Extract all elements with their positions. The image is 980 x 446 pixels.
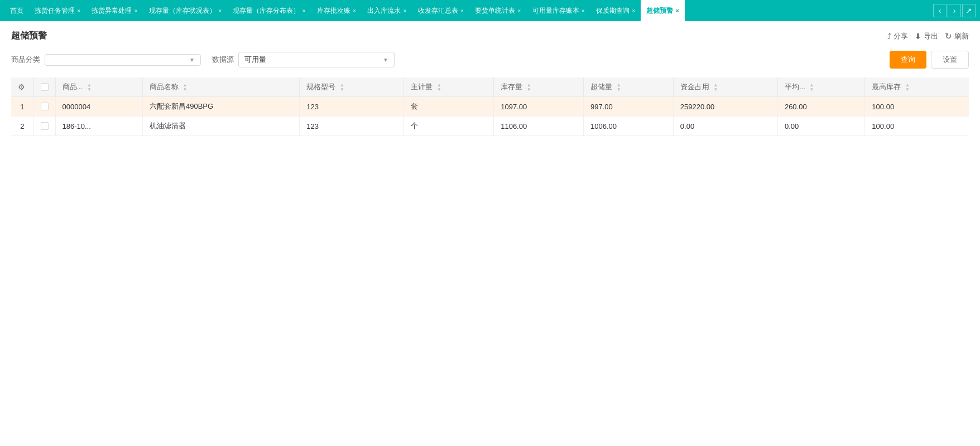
sort-icon[interactable]: ▲▼ <box>87 83 92 92</box>
sort-icon[interactable]: ▲▼ <box>183 83 188 92</box>
nav-close-icon[interactable]: × <box>675 7 679 14</box>
nav-item-in-out-flow[interactable]: 出入库流水 × <box>362 0 412 21</box>
share-label: 分享 <box>893 31 908 41</box>
export-label: 导出 <box>924 31 938 41</box>
row-avg: 260.00 <box>777 97 864 117</box>
category-select[interactable]: ▼ <box>45 54 201 66</box>
row-index: 1 <box>11 97 33 117</box>
col-spec-header: 规格型号 ▲▼ <box>300 77 404 97</box>
nav-close-icon[interactable]: × <box>353 7 356 14</box>
nav-item-abnormal[interactable]: 拣货异常处理 × <box>86 0 143 21</box>
nav-close-icon[interactable]: × <box>302 7 305 14</box>
nav-close-icon[interactable]: × <box>403 7 406 14</box>
col-stock-label: 库存量 <box>501 83 522 91</box>
nav-item-label: 首页 <box>10 6 23 16</box>
data-table: ⚙ 商品... ▲▼ 商品名称 ▲▼ 规格型号 ▲▼ <box>11 77 969 136</box>
nav-item-available-account[interactable]: 可用量库存账本 × <box>527 0 590 21</box>
col-stock-header: 库存量 ▲▼ <box>494 77 584 97</box>
sort-icon[interactable]: ▲▼ <box>713 83 718 92</box>
row-index: 2 <box>11 117 33 136</box>
col-avg-header: 平均... ▲▼ <box>777 77 864 97</box>
page-title: 超储预警 <box>11 30 47 42</box>
nav-item-quality-check[interactable]: 保质期查询 × <box>590 0 641 21</box>
row-checkbox[interactable] <box>41 122 49 130</box>
query-button[interactable]: 查询 <box>890 51 926 69</box>
nav-item-label: 超储预警 <box>646 6 673 16</box>
nav-item-recv-send[interactable]: 收发存汇总表 × <box>412 0 469 21</box>
row-max-stock: 100.00 <box>865 117 969 136</box>
nav-item-label: 现存量（库存分布表） <box>233 6 300 16</box>
row-max-stock: 100.00 <box>865 97 969 117</box>
table-header-row: ⚙ 商品... ▲▼ 商品名称 ▲▼ 规格型号 ▲▼ <box>11 77 969 97</box>
refresh-label: 刷新 <box>954 31 969 41</box>
category-filter: 商品分类 ▼ <box>11 54 201 66</box>
nav-item-label: 现存量（库存状况表） <box>149 6 216 16</box>
nav-item-label: 库存批次账 <box>317 6 350 16</box>
nav-close-icon[interactable]: × <box>218 7 222 14</box>
page-content: 超储预警 ⤴ 分享 ⬇ 导出 ↻ 刷新 商品分类 ▼ 数据源 <box>0 21 980 145</box>
page-header: 超储预警 ⤴ 分享 ⬇ 导出 ↻ 刷新 <box>11 30 969 42</box>
sort-icon[interactable]: ▲▼ <box>809 83 814 92</box>
nav-expand-button[interactable]: ↗ <box>962 4 976 17</box>
sort-icon[interactable]: ▲▼ <box>617 83 621 92</box>
nav-prev-button[interactable]: ‹ <box>933 4 947 17</box>
nav-close-icon[interactable]: × <box>134 7 137 14</box>
row-checkbox[interactable] <box>41 103 49 110</box>
col-product-code-header: 商品... ▲▼ <box>55 77 142 97</box>
row-overstock: 997.00 <box>584 97 674 117</box>
datasource-label: 数据源 <box>212 55 234 65</box>
nav-item-inventory-status[interactable]: 现存量（库存状况表） × <box>143 0 227 21</box>
row-capital: 0.00 <box>673 117 777 136</box>
col-overstock-label: 超储量 <box>590 83 612 91</box>
header-actions: ⤴ 分享 ⬇ 导出 ↻ 刷新 <box>887 31 969 41</box>
share-action[interactable]: ⤴ 分享 <box>887 31 908 41</box>
sort-icon[interactable]: ▲▼ <box>905 83 910 92</box>
datasource-select[interactable]: 可用量 ▼ <box>238 52 395 67</box>
filter-actions: 查询 设置 <box>890 51 969 69</box>
nav-close-icon[interactable]: × <box>582 7 585 14</box>
col-capital-header: 资金占用 ▲▼ <box>673 77 777 97</box>
col-product-name-header: 商品名称 ▲▼ <box>142 77 299 97</box>
table-row: 2 186-10... 机油滤清器 123 个 1106.00 1006.00 … <box>11 117 969 136</box>
datasource-filter: 数据源 可用量 ▼ <box>212 52 395 67</box>
export-action[interactable]: ⬇ 导出 <box>915 31 938 41</box>
nav-close-icon[interactable]: × <box>77 7 80 14</box>
nav-close-icon[interactable]: × <box>460 7 464 14</box>
nav-item-label: 收发存汇总表 <box>418 6 458 16</box>
nav-close-icon[interactable]: × <box>632 7 635 14</box>
sort-icon[interactable]: ▲▼ <box>340 83 344 92</box>
col-avg-label: 平均... <box>785 83 805 91</box>
row-overstock: 1006.00 <box>584 117 674 136</box>
filter-row: 商品分类 ▼ 数据源 可用量 ▼ 查询 设置 <box>11 51 969 69</box>
nav-item-label: 拣货异常处理 <box>92 6 132 16</box>
settings-button[interactable]: 设置 <box>931 51 969 69</box>
sort-icon[interactable]: ▲▼ <box>527 83 531 92</box>
category-label: 商品分类 <box>11 55 40 65</box>
nav-item-inventory-dist[interactable]: 现存量（库存分布表） × <box>227 0 311 21</box>
row-product-code: 0000004 <box>55 97 142 117</box>
export-icon: ⬇ <box>915 32 921 41</box>
nav-item-label: 要货单统计表 <box>475 6 515 16</box>
header-checkbox[interactable] <box>41 83 49 91</box>
nav-close-icon[interactable]: × <box>517 7 521 14</box>
chevron-down-icon: ▼ <box>383 57 388 63</box>
col-product-code-label: 商品... <box>63 83 83 91</box>
top-nav: 首页 拣货任务管理 × 拣货异常处理 × 现存量（库存状况表） × 现存量（库存… <box>0 0 980 21</box>
nav-item-home[interactable]: 首页 <box>4 0 29 21</box>
nav-item-task-mgmt[interactable]: 拣货任务管理 × <box>29 0 86 21</box>
col-capital-label: 资金占用 <box>680 83 709 91</box>
nav-item-batch-account[interactable]: 库存批次账 × <box>311 0 362 21</box>
row-unit: 个 <box>404 117 494 136</box>
col-max-stock-label: 最高库存 <box>872 83 901 91</box>
nav-item-overstock-warning[interactable]: 超储预警 × <box>641 0 684 21</box>
nav-item-label: 可用量库存账本 <box>532 6 579 16</box>
col-overstock-header: 超储量 ▲▼ <box>584 77 674 97</box>
col-checkbox-header <box>33 77 55 97</box>
row-spec: 123 <box>300 97 404 117</box>
refresh-action[interactable]: ↻ 刷新 <box>945 31 969 41</box>
gear-icon[interactable]: ⚙ <box>18 83 25 91</box>
nav-next-button[interactable]: › <box>948 4 961 17</box>
sort-icon[interactable]: ▲▼ <box>437 83 441 92</box>
row-unit: 套 <box>404 97 494 117</box>
nav-item-order-stats[interactable]: 要货单统计表 × <box>469 0 526 21</box>
